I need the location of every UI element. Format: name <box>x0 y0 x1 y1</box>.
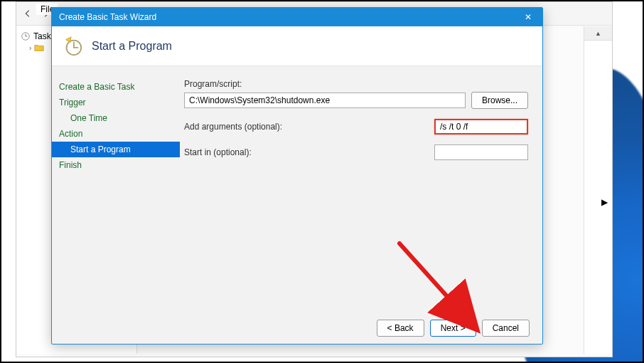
program-script-input[interactable] <box>184 93 466 108</box>
next-button[interactable]: Next > <box>430 320 476 337</box>
expand-icon[interactable]: › <box>29 44 31 52</box>
page-heading: Start a Program <box>92 40 172 53</box>
clock-icon <box>21 31 31 41</box>
start-in-input[interactable] <box>434 144 528 160</box>
step-create-basic-task[interactable]: Create a Basic Task <box>52 79 180 95</box>
wizard-buttons: < Back Next > Cancel <box>52 312 542 344</box>
step-trigger[interactable]: Trigger <box>52 95 180 110</box>
chevron-right-icon: ▶ <box>601 197 608 207</box>
program-label: Program/script: <box>184 79 528 89</box>
arguments-input[interactable] <box>434 119 528 135</box>
back-button[interactable]: < Back <box>377 320 424 337</box>
close-icon: ✕ <box>525 12 532 22</box>
step-finish[interactable]: Finish <box>52 157 180 173</box>
wizard-steps-nav: Create a Basic Task Trigger One Time Act… <box>52 66 180 312</box>
nav-back-icon[interactable] <box>19 5 36 22</box>
browse-button[interactable]: Browse... <box>471 92 528 109</box>
wizard-clock-icon <box>62 36 83 57</box>
chevron-up-icon: ▲ <box>595 30 601 37</box>
cancel-button[interactable]: Cancel <box>482 320 530 337</box>
create-basic-task-wizard: Create Basic Task Wizard ✕ Start a Progr… <box>51 7 543 344</box>
close-button[interactable]: ✕ <box>514 8 542 26</box>
scroll-up-button[interactable]: ▲ <box>584 26 612 41</box>
step-start-a-program[interactable]: Start a Program <box>52 142 180 157</box>
titlebar[interactable]: Create Basic Task Wizard ✕ <box>52 8 542 26</box>
step-action[interactable]: Action <box>52 126 180 142</box>
start-in-label: Start in (optional): <box>184 147 427 157</box>
window-title: Create Basic Task Wizard <box>59 12 156 22</box>
wizard-form: Program/script: Browse... Add arguments … <box>180 66 542 312</box>
wizard-header: Start a Program <box>52 26 542 66</box>
folder-icon <box>34 43 44 53</box>
actions-panel: ▲ ▶ <box>584 26 612 354</box>
step-one-time[interactable]: One Time <box>52 110 180 126</box>
arguments-label: Add arguments (optional): <box>184 122 427 132</box>
